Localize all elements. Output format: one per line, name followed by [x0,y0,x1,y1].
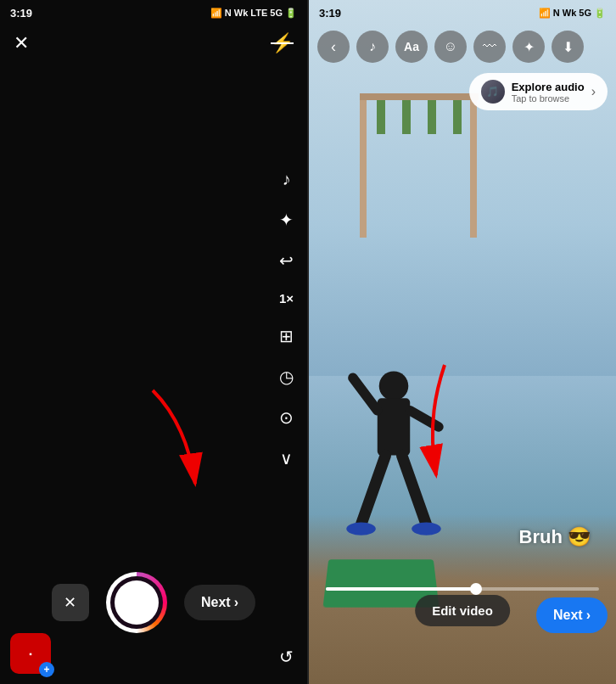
top-controls-left: ✕ ⚡ [0,25,307,61]
effects-icon-btn[interactable]: ✦ [512,31,545,63]
next-button-right[interactable]: Next › [536,597,608,633]
timeline-bar[interactable] [326,587,599,591]
draw-icon-btn[interactable]: 〰 [473,31,506,63]
layout-toolbar-icon[interactable]: ⊞ [279,326,294,346]
media-icon: ▪ [29,649,32,659]
status-icons-right: 📶 N Wk 5G 🔋 [539,8,606,19]
equipment-svg [351,85,487,238]
svg-rect-4 [377,100,385,134]
next-button[interactable]: Next › [184,585,255,620]
draw-icon: 〰 [483,39,496,54]
svg-line-10 [353,378,378,410]
delete-icon: ✕ [64,593,76,612]
back-button[interactable]: ‹ [317,31,350,63]
status-bar-right: 3:19 📶 N Wk 5G 🔋 [309,0,616,25]
delete-button[interactable]: ✕ [52,584,89,621]
plus-icon: + [43,664,49,676]
rotate-button[interactable]: ↺ [279,647,294,667]
plus-badge: + [39,662,54,677]
music-toolbar-icon[interactable]: ♪ [282,170,290,189]
top-toolbar-right: ‹ ♪ Aa ☺ 〰 ✦ ⬇ [309,31,616,63]
record-button[interactable] [106,572,167,633]
timer-toolbar-icon[interactable]: ◷ [279,367,294,387]
explore-audio-banner[interactable]: 🎵 Explore audio Tap to browse › [469,73,608,110]
text-icon-btn[interactable]: Aa [395,31,428,63]
red-arrow-left [127,382,212,504]
undo-toolbar-icon[interactable]: ↩ [279,250,294,271]
right-panel: 3:19 📶 N Wk 5G 🔋 ‹ ♪ Aa ☺ 〰 ✦ ⬇ [309,0,616,684]
audio-avatar: 🎵 [481,80,505,104]
next-arrow-icon: › [234,595,238,610]
explore-audio-arrow: › [591,84,596,99]
camera-toolbar-icon[interactable]: ⊙ [279,407,294,428]
more-toolbar-icon[interactable]: ∨ [280,448,293,468]
rotate-icon: ↺ [279,648,294,666]
svg-point-14 [346,522,376,535]
back-icon: ‹ [331,38,336,56]
edit-video-button[interactable]: Edit video [415,595,510,626]
add-media-button[interactable]: ▪ + [10,633,51,674]
status-icons-left: 📶 N Wk LTE 5G 🔋 [210,8,297,19]
side-toolbar: ♪ ✦ ↩ 1× ⊞ ◷ ⊙ ∨ [279,170,294,468]
svg-line-12 [361,456,386,525]
sticker-icon: ☺ [444,39,457,54]
speed-toolbar-label[interactable]: 1× [279,291,294,306]
download-icon: ⬇ [563,39,574,55]
download-icon-btn[interactable]: ⬇ [552,31,584,63]
sparkle-toolbar-icon[interactable]: ✦ [279,210,294,230]
svg-rect-5 [402,100,411,134]
next-label-right: Next [553,608,583,623]
sticker-icon-btn[interactable]: ☺ [434,31,467,63]
explore-audio-subtitle: Tap to browse [512,93,585,104]
record-dot [115,580,159,625]
explore-audio-title: Explore audio [512,81,585,93]
timeline-thumb [470,583,482,595]
status-bar-left: 3:19 📶 N Wk LTE 5G 🔋 [0,0,307,25]
effects-icon: ✦ [524,39,535,55]
bruh-overlay-text[interactable]: Bruh 😎 [519,526,591,548]
red-arrow-right [394,356,479,496]
time-right: 3:19 [319,7,341,20]
svg-rect-7 [453,100,462,134]
music-icon: ♪ [369,39,376,54]
svg-point-15 [412,522,441,535]
left-panel: 3:19 📶 N Wk LTE 5G 🔋 ✕ ⚡ ♪ ✦ ↩ 1× ⊞ ◷ ⊙ … [0,0,307,684]
next-arrow-right: › [586,608,591,623]
bottom-controls: ✕ Next › [0,572,307,633]
svg-rect-1 [360,93,367,238]
text-icon: Aa [404,40,419,53]
explore-audio-text: Explore audio Tap to browse [512,81,585,104]
timeline-progress [326,587,476,591]
add-media-area: ▪ + [10,633,51,674]
flash-icon[interactable]: ⚡ [271,32,294,54]
close-button[interactable]: ✕ [14,32,29,54]
svg-rect-2 [470,93,477,238]
next-label: Next [201,595,231,610]
edit-video-label: Edit video [432,603,493,618]
svg-rect-6 [428,100,436,134]
svg-rect-3 [360,93,479,100]
music-icon-btn[interactable]: ♪ [356,31,389,63]
time-left: 3:19 [10,7,32,20]
